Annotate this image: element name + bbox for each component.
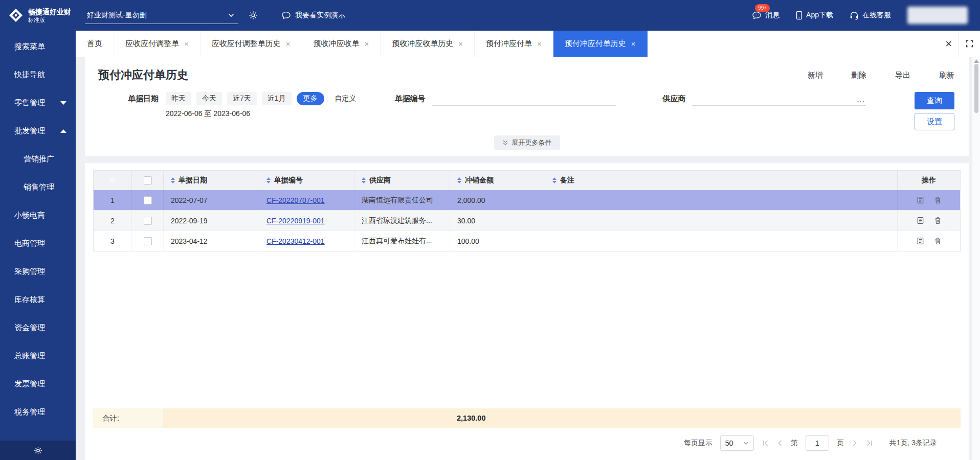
tab-advance-receipt-offset[interactable]: 预收冲应收单× <box>302 31 381 57</box>
sidebar-item-tax-mgmt[interactable]: 税务管理 <box>0 398 76 426</box>
sidebar-item-marketing-promo[interactable]: 营销推广 <box>0 145 76 173</box>
tab-prepayment-offset-history[interactable]: 预付冲应付单历史× <box>553 31 648 57</box>
row-checkbox[interactable] <box>144 217 152 225</box>
supplier-input[interactable] <box>692 92 855 106</box>
close-icon[interactable]: × <box>365 40 369 48</box>
close-icon[interactable]: × <box>184 40 189 48</box>
doc-no-link[interactable]: CF-20220707-001 <box>266 196 325 204</box>
column-settings-button[interactable] <box>94 171 132 190</box>
date-filter-group: 单据日期 昨天 今天 近7天 近1月 更多 自定义 2 <box>128 92 362 119</box>
sidebar-settings-button[interactable] <box>0 441 76 460</box>
quick-filter-last1month[interactable]: 近1月 <box>262 92 292 105</box>
supplier-lookup-button[interactable]: ... <box>854 94 866 106</box>
sidebar-item-quick-nav[interactable]: 快捷导航 <box>0 61 76 89</box>
messages-button[interactable]: 99+ 消息 <box>752 11 779 20</box>
doc-no-link[interactable]: CF-20220919-001 <box>266 217 325 225</box>
view-detail-icon[interactable] <box>917 237 924 245</box>
doc-no-input[interactable] <box>432 92 616 106</box>
tab-ar-ap-adjustment-history[interactable]: 应收应付调整单历史× <box>201 31 302 57</box>
settings-button[interactable]: 设置 <box>915 113 954 130</box>
close-all-tabs-button[interactable]: × <box>939 31 959 57</box>
search-button[interactable]: 查询 <box>915 92 954 109</box>
sidebar-item-xiaochang-ecommerce[interactable]: 小畅电商 <box>0 201 76 229</box>
header-doc-date[interactable]: 单据日期 <box>164 171 259 190</box>
scroll-up-arrow[interactable] <box>974 59 979 63</box>
quick-filter-custom[interactable]: 自定义 <box>329 92 362 105</box>
page-number-input[interactable] <box>806 435 829 451</box>
expand-more-conditions-button[interactable]: 展开更多条件 <box>494 135 560 150</box>
sort-icon[interactable] <box>171 177 175 183</box>
quick-filter-today[interactable]: 今天 <box>196 92 222 105</box>
chevron-up-icon <box>60 129 66 133</box>
org-selector[interactable]: 好业财测试-量勿删 <box>85 7 238 24</box>
org-selector-value: 好业财测试-量勿删 <box>87 11 147 20</box>
prev-page-button[interactable] <box>777 440 783 446</box>
sidebar-item-purchase-mgmt[interactable]: 采购管理 <box>0 258 76 286</box>
sidebar-item-ecommerce-mgmt[interactable]: 电商管理 <box>0 229 76 258</box>
quick-filter-more[interactable]: 更多 <box>297 92 324 105</box>
trash-icon <box>840 71 848 79</box>
quick-filter-last7days[interactable]: 近7天 <box>227 92 257 105</box>
add-button[interactable]: 新增 <box>797 71 823 80</box>
export-button[interactable]: 导出 <box>884 71 910 80</box>
sort-icon[interactable] <box>552 177 556 183</box>
sidebar-item-funds-mgmt[interactable]: 资金管理 <box>0 314 76 342</box>
tab-home[interactable]: 首页 <box>76 31 114 57</box>
table-header-row: 单据日期 单据编号 供应商 冲销金额 备注 操作 <box>94 171 960 190</box>
scrollbar-thumb[interactable] <box>974 64 978 113</box>
sort-icon[interactable] <box>266 177 271 183</box>
trash-icon[interactable] <box>934 237 941 245</box>
table-row[interactable]: 3 2023-04-12 CF-20230412-001 江西真可爱布娃娃有..… <box>94 231 960 251</box>
tab-prepayment-offset[interactable]: 预付冲应付单× <box>475 31 553 57</box>
cell-doc-no: CF-20220707-001 <box>259 190 354 210</box>
cell-note <box>545 211 898 231</box>
doc-no-filter-group: 单据编号 <box>395 92 616 106</box>
trash-icon[interactable] <box>934 196 941 204</box>
phone-icon <box>796 11 803 20</box>
vertical-scrollbar[interactable] <box>972 57 980 460</box>
doc-no-link[interactable]: CF-20230412-001 <box>266 237 325 245</box>
online-service-label: 在线客服 <box>862 11 891 20</box>
app-download-button[interactable]: App下载 <box>796 11 833 20</box>
header-note[interactable]: 备注 <box>545 171 898 190</box>
sidebar-item-inventory-accounting[interactable]: 库存核算 <box>0 286 76 314</box>
tab-advance-receipt-offset-history[interactable]: 预收冲应收单历史× <box>381 31 475 57</box>
next-page-button[interactable] <box>852 440 858 446</box>
trash-icon[interactable] <box>934 217 941 224</box>
tab-ar-ap-adjustment[interactable]: 应收应付调整单× <box>114 31 201 57</box>
table-row[interactable]: 1 2022-07-07 CF-20220707-001 湖南恒远有限责任公司 … <box>94 190 960 210</box>
table-row[interactable]: 2 2022-09-19 CF-20220919-001 江西省琼汉建筑服务..… <box>94 210 960 231</box>
online-service-button[interactable]: 在线客服 <box>850 11 891 20</box>
sidebar-item-search-menu[interactable]: 搜索菜单 <box>0 33 76 61</box>
demo-link[interactable]: 我要看实例演示 <box>281 11 345 20</box>
row-checkbox[interactable] <box>144 196 152 204</box>
user-account-redacted[interactable] <box>907 7 968 24</box>
header-supplier[interactable]: 供应商 <box>354 171 450 190</box>
select-all-checkbox[interactable] <box>144 176 152 185</box>
view-detail-icon[interactable] <box>917 196 924 204</box>
date-range-value[interactable]: 2022-06-06 至 2023-06-06 <box>166 109 362 119</box>
close-icon[interactable]: × <box>631 40 636 48</box>
per-page-select[interactable]: 50 <box>720 435 754 451</box>
header-offset-amount[interactable]: 冲销金额 <box>450 171 545 190</box>
sidebar-item-wholesale-mgmt[interactable]: 批发管理 <box>0 117 76 145</box>
first-page-button[interactable] <box>762 440 769 446</box>
close-icon[interactable]: × <box>286 40 291 48</box>
close-icon[interactable]: × <box>537 40 542 48</box>
gear-icon[interactable] <box>249 11 258 20</box>
sidebar-item-retail-mgmt[interactable]: 零售管理 <box>0 89 76 117</box>
sidebar-item-sales-mgmt[interactable]: 销售管理 <box>0 173 76 201</box>
delete-button[interactable]: 删除 <box>840 71 866 80</box>
sidebar-item-general-ledger[interactable]: 总账管理 <box>0 342 76 370</box>
sort-icon[interactable] <box>457 177 461 183</box>
quick-filter-yesterday[interactable]: 昨天 <box>166 92 191 105</box>
refresh-button[interactable]: 刷新 <box>928 71 954 80</box>
sort-icon[interactable] <box>362 177 366 183</box>
header-doc-no[interactable]: 单据编号 <box>259 171 354 190</box>
fullscreen-icon[interactable] <box>959 31 980 57</box>
close-icon[interactable]: × <box>458 40 463 48</box>
row-checkbox[interactable] <box>144 237 152 245</box>
view-detail-icon[interactable] <box>917 217 924 224</box>
sidebar-item-invoice-mgmt[interactable]: 发票管理 <box>0 370 76 398</box>
last-page-button[interactable] <box>865 440 873 446</box>
